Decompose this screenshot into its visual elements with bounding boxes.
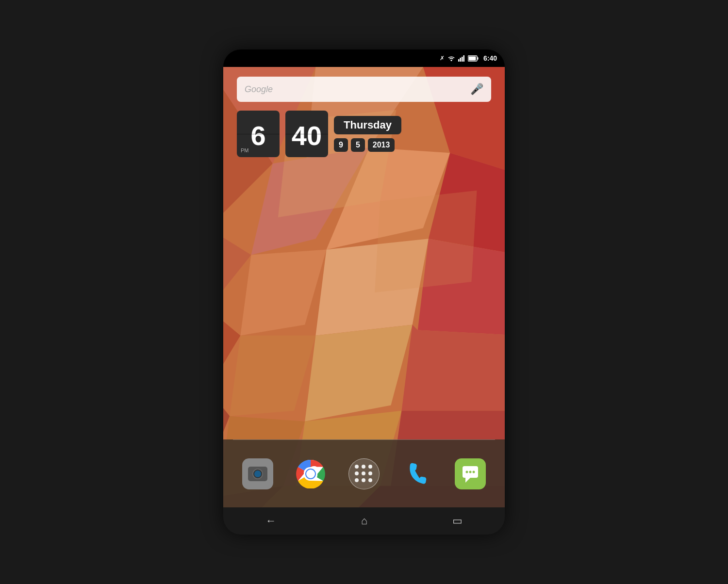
dock-area [223,439,505,507]
app-dot-2 [362,465,365,469]
camera-icon-wrap [242,458,273,489]
status-icons: ✗ 6:40 [440,54,497,62]
nav-bar: ← ⌂ ▭ [223,507,505,535]
signal-icon [458,55,465,62]
clock-widget[interactable]: PM 6 40 Thursday 9 5 2013 [237,111,491,157]
apps-launcher-icon[interactable] [348,458,380,489]
search-google-label: Google [245,84,273,95]
recents-button[interactable]: ▭ [443,511,472,531]
day-tile-num: 5 [351,138,365,152]
home-screen: Google 🎤 PM 6 40 Thursday 9 5 [223,67,505,507]
wifi-icon [447,55,455,62]
battery-icon [468,55,479,62]
month-tile: 9 [334,138,348,152]
phone-frame: ✗ 6:40 [223,49,505,535]
date-section: Thursday 9 5 2013 [334,116,401,152]
svg-rect-7 [468,56,476,60]
clock-hour: 6 [250,122,265,149]
date-row: 9 5 2013 [334,138,401,152]
chrome-svg [296,459,325,488]
clock-hour-tile: PM 6 [237,111,280,157]
app-dot-4 [355,471,359,475]
svg-rect-3 [462,57,463,62]
app-dot-1 [355,465,359,469]
day-name: Thursday [344,119,392,131]
svg-point-41 [473,470,475,473]
app-dot-6 [368,471,372,475]
bluetooth-icon: ✗ [440,55,445,62]
chrome-app-icon[interactable] [295,458,326,489]
svg-rect-4 [463,55,464,62]
messenger-svg [461,464,480,484]
svg-point-39 [466,470,468,473]
svg-point-40 [469,470,472,473]
app-dot-8 [362,478,365,482]
app-dot-3 [368,465,372,469]
home-button[interactable]: ⌂ [351,511,377,531]
phone-svg [404,460,431,487]
svg-marker-23 [402,325,505,411]
year-tile: 2013 [368,138,395,152]
app-dot-5 [362,471,365,475]
camera-lens [253,470,262,478]
apps-icon-wrap [348,458,380,489]
status-time: 6:40 [483,54,497,62]
svg-point-0 [450,59,452,61]
status-bar: ✗ 6:40 [223,49,505,67]
clock-ampm: PM [241,147,249,153]
day-name-tile: Thursday [334,116,401,134]
camera-app-icon[interactable] [242,458,273,489]
msg-icon-wrap [455,458,486,489]
svg-rect-6 [477,57,478,60]
dock-icons [223,440,505,507]
back-button[interactable]: ← [256,511,286,531]
messenger-app-icon[interactable] [455,458,486,489]
apps-grid [355,465,373,483]
app-dot-7 [355,478,359,482]
phone-app-icon[interactable] [402,458,433,489]
phone-icon-wrap [402,458,433,489]
svg-point-36 [306,470,315,478]
svg-marker-33 [375,191,477,292]
clock-minute-tile: 40 [285,111,328,157]
svg-rect-2 [460,58,461,62]
search-bar[interactable]: Google 🎤 [237,77,491,102]
svg-marker-38 [465,478,470,483]
clock-minute: 40 [292,122,322,149]
chrome-icon-wrap [295,458,326,489]
svg-rect-1 [458,59,460,62]
camera-body [248,467,267,481]
app-dot-9 [368,478,372,482]
microphone-icon[interactable]: 🎤 [470,83,483,96]
